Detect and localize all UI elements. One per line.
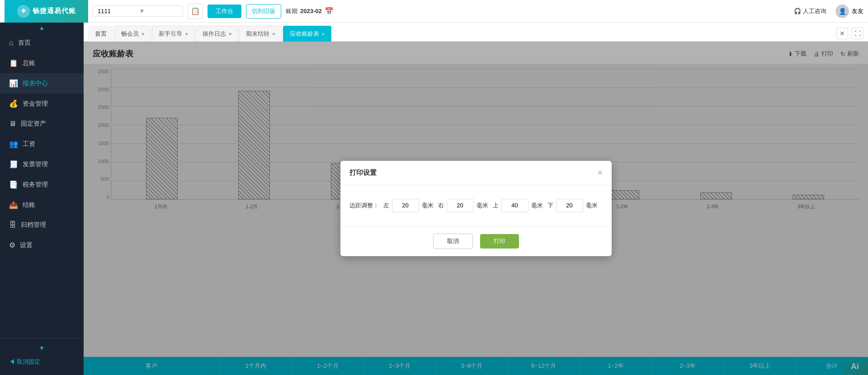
company-selector[interactable]: 1111 ▼ xyxy=(93,5,183,17)
sidebar-label-archive: 归档管理 xyxy=(21,221,46,229)
sidebar-label-settings: 设置 xyxy=(20,241,33,249)
modal-close-button[interactable]: × xyxy=(598,168,603,178)
left-unit: 毫米 xyxy=(422,202,434,210)
top-margin-input[interactable] xyxy=(501,199,528,212)
top-unit: 毫米 xyxy=(531,202,543,210)
margin-bottom-group: 下 毫米 xyxy=(547,199,598,212)
tab-close-button[interactable]: ✕ xyxy=(836,28,848,39)
checkout-icon: 📤 xyxy=(9,201,18,209)
sidebar-label-ledger: 总账 xyxy=(23,59,35,67)
bottom-unit: 毫米 xyxy=(586,202,598,210)
tab-label-member: 畅会员 xyxy=(121,30,139,38)
tab-period-end[interactable]: 期末结转 × xyxy=(239,26,282,42)
fullscreen-icon: ⛶ xyxy=(854,30,861,37)
cancel-button[interactable]: 取消 xyxy=(433,234,473,249)
tab-oplog[interactable]: 操作日志 × xyxy=(196,26,238,42)
sidebar-label-salary: 工资 xyxy=(23,140,35,148)
tabs-bar-right: ✕ ⛶ xyxy=(836,28,863,41)
sidebar-scroll-up[interactable]: ▲ xyxy=(0,23,84,33)
left-margin-input[interactable] xyxy=(392,199,419,212)
sidebar-label-assets: 固定资产 xyxy=(21,120,46,128)
consult-label: 人工咨询 xyxy=(803,7,826,15)
tab-guide[interactable]: 新手引导 × xyxy=(152,26,194,42)
consult-button[interactable]: 🎧 人工咨询 xyxy=(794,7,826,15)
sidebar-label-tax: 税务管理 xyxy=(23,181,48,189)
tab-ar-aging[interactable]: 应收账龄表 × xyxy=(283,26,331,42)
sidebar-label-reports: 报表中心 xyxy=(23,80,48,88)
period-value: 2023-02 xyxy=(300,8,322,14)
main-layout: ▲ ⌂ 首页 📋 总账 📊 报表中心 💰 资金管理 🖥 固定资产 xyxy=(0,23,868,375)
sidebar-item-checkout[interactable]: 📤 结账 xyxy=(0,195,84,215)
settings-icon: ⚙ xyxy=(9,241,15,249)
right-margin-input[interactable] xyxy=(447,199,474,212)
sidebar-bottom: ▼ ◀ 取消固定 xyxy=(0,338,84,375)
reports-icon: 📊 xyxy=(9,79,18,88)
tab-label-home: 首页 xyxy=(95,30,107,38)
sidebar-label-home: 首页 xyxy=(18,39,31,47)
tab-close-period-end[interactable]: × xyxy=(272,31,275,37)
tab-close-member[interactable]: × xyxy=(142,31,144,37)
user-icon: 👤 xyxy=(839,8,846,15)
clipboard-button[interactable]: 📋 xyxy=(188,4,203,19)
user-avatar: 👤 xyxy=(835,5,849,18)
sidebar-label-funds: 资金管理 xyxy=(23,100,48,108)
sidebar-item-salary[interactable]: 👥 工资 xyxy=(0,134,84,154)
content-area: 首页 畅会员 × 新手引导 × 操作日志 × 期末结转 × xyxy=(84,23,868,375)
tax-icon: 📑 xyxy=(9,180,18,189)
workbench-button[interactable]: 工作台 xyxy=(208,5,241,18)
sidebar-item-invoice[interactable]: 🧾 发票管理 xyxy=(0,154,84,174)
sidebar-item-funds[interactable]: 💰 资金管理 xyxy=(0,94,84,114)
tab-close-oplog[interactable]: × xyxy=(229,31,231,37)
sidebar-item-archive[interactable]: 🗄 归档管理 xyxy=(0,215,84,235)
top-header: ✦ 畅捷通易代账 1111 ▼ 📋 工作台 切到旧版 账期 2023-02 📅 … xyxy=(0,0,868,23)
logo-icon: ✦ xyxy=(17,5,30,18)
top-label: 上 xyxy=(493,202,499,210)
sidebar-label-checkout: 结账 xyxy=(23,201,35,209)
sidebar-item-home[interactable]: ⌂ 首页 xyxy=(0,33,84,53)
home-icon: ⌂ xyxy=(9,39,14,47)
tab-close-guide[interactable]: × xyxy=(185,31,188,37)
sidebar-item-settings[interactable]: ⚙ 设置 xyxy=(0,235,84,255)
headset-icon: 🎧 xyxy=(794,8,801,14)
user-area[interactable]: 👤 友友 xyxy=(835,5,863,18)
left-label: 左 xyxy=(383,202,389,210)
user-name: 友友 xyxy=(852,7,863,15)
sidebar-item-ledger[interactable]: 📋 总账 xyxy=(0,53,84,73)
collapse-label: ◀ 取消固定 xyxy=(9,358,40,366)
period-area: 账期 2023-02 📅 xyxy=(286,7,334,15)
tab-home[interactable]: 首页 xyxy=(88,26,113,42)
tab-member[interactable]: 畅会员 × xyxy=(114,26,151,42)
header-right: 🎧 人工咨询 👤 友友 xyxy=(794,5,863,18)
switch-old-button[interactable]: 切到旧版 xyxy=(246,4,281,19)
modal-footer: 取消 打印 xyxy=(340,226,612,256)
bottom-margin-input[interactable] xyxy=(556,199,583,212)
tab-label-ar-aging: 应收账龄表 xyxy=(290,30,319,38)
tab-close-ar-aging[interactable]: × xyxy=(322,31,325,37)
margin-right-group: 右 毫米 xyxy=(438,199,488,212)
sidebar-item-tax[interactable]: 📑 税务管理 xyxy=(0,174,84,195)
logo-text: 畅捷通易代账 xyxy=(33,7,76,15)
sidebar: ▲ ⌂ 首页 📋 总账 📊 报表中心 💰 资金管理 🖥 固定资产 xyxy=(0,23,84,375)
tab-fullscreen-button[interactable]: ⛶ xyxy=(852,28,863,39)
margin-top-group: 上 毫米 xyxy=(493,199,543,212)
margin-row: 边距调整： 左 毫米 右 毫米 xyxy=(349,199,603,212)
sidebar-item-reports[interactable]: 📊 报表中心 xyxy=(0,73,84,94)
company-name: 1111 xyxy=(98,8,137,14)
tabs-bar: 首页 畅会员 × 新手引导 × 操作日志 × 期末结转 × xyxy=(84,23,868,42)
margin-left-group: 左 毫米 xyxy=(383,199,434,212)
sidebar-item-assets[interactable]: 🖥 固定资产 xyxy=(0,114,84,134)
print-settings-dialog: 打印设置 × 边距调整： 左 毫米 xyxy=(340,161,612,256)
right-unit: 毫米 xyxy=(476,202,488,210)
print-confirm-button[interactable]: 打印 xyxy=(480,234,519,248)
assets-icon: 🖥 xyxy=(9,120,16,128)
calendar-icon[interactable]: 📅 xyxy=(325,7,334,15)
close-icon: ✕ xyxy=(840,30,845,37)
tab-label-period-end: 期末结转 xyxy=(246,30,269,38)
tab-label-guide: 新手引导 xyxy=(159,30,182,38)
sidebar-scroll-down[interactable]: ▼ xyxy=(0,343,84,353)
modal-body: 边距调整： 左 毫米 右 毫米 xyxy=(340,185,612,226)
archive-icon: 🗄 xyxy=(9,221,16,229)
modal-title: 打印设置 xyxy=(349,169,377,177)
sidebar-collapse-button[interactable]: ◀ 取消固定 xyxy=(0,353,84,370)
company-dropdown-arrow: ▼ xyxy=(139,8,179,14)
